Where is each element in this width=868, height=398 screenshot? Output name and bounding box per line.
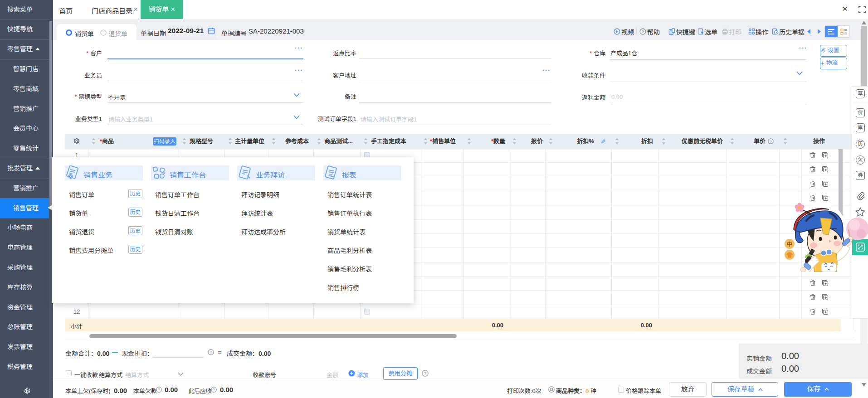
- svg-text:?: ?: [424, 371, 426, 376]
- svg-text:?: ?: [770, 140, 772, 144]
- svg-text:?: ?: [210, 350, 212, 354]
- svg-text:?: ?: [642, 29, 644, 34]
- svg-text:?: ?: [213, 388, 215, 392]
- svg-text:?: ?: [158, 388, 160, 392]
- svg-text:中: 中: [787, 240, 792, 248]
